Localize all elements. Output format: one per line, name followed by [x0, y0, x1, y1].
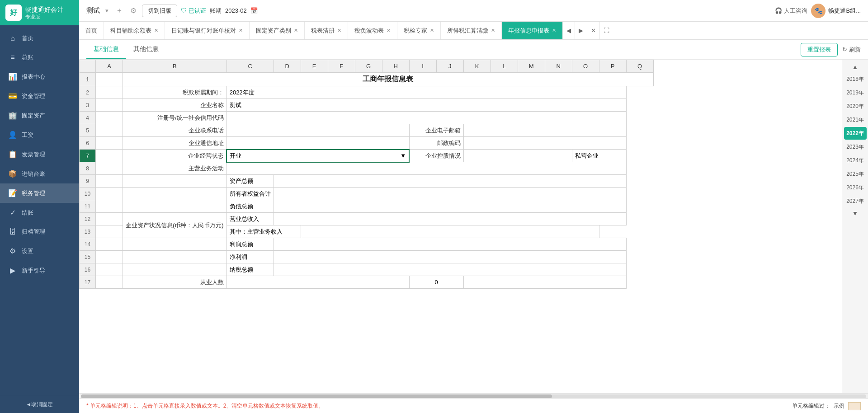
cell-12d[interactable] [274, 213, 626, 225]
cell-6b[interactable]: 企业通信地址 [123, 137, 227, 150]
cell-9d[interactable] [274, 175, 626, 188]
sub-tab-basic[interactable]: 基础信息 [86, 41, 126, 59]
tab-tax-burden[interactable]: 税负波动表 ✕ [348, 22, 397, 40]
tab-next-btn[interactable]: ▶ [575, 22, 587, 40]
spreadsheet[interactable]: A B C D E F G H I J K L [79, 60, 842, 393]
cell-16c[interactable]: 纳税总额 [226, 263, 274, 276]
cell-12b[interactable]: 企业资产状况信息(币种：人民币万元) [123, 213, 227, 238]
switch-version-button[interactable]: 切到旧版 [142, 5, 177, 17]
cell-4c[interactable] [226, 112, 626, 124]
cell-9b[interactable] [123, 175, 227, 188]
tab-close-icon[interactable]: ✕ [239, 28, 243, 33]
cell-5a[interactable] [96, 124, 123, 137]
tab-aux-balance[interactable]: 科目辅助余额表 ✕ [104, 22, 165, 40]
cell-16b[interactable] [123, 263, 227, 276]
tab-close-icon[interactable]: ✕ [154, 28, 158, 33]
sidebar-item-guide[interactable]: ▶ 新手引导 [0, 261, 79, 280]
sidebar-item-archive[interactable]: 🗄 归档管理 [0, 222, 79, 241]
cell-14a[interactable] [96, 238, 123, 251]
cell-10d[interactable] [274, 188, 626, 200]
tab-journal-bank[interactable]: 日记账与银行对账单核对 ✕ [165, 22, 250, 40]
year-item-2022[interactable]: 2022年 [844, 127, 867, 140]
cell-15b[interactable] [123, 251, 227, 263]
cell-11a[interactable] [96, 200, 123, 213]
tab-fixed-assets[interactable]: 固定资产类别 ✕ [250, 22, 305, 40]
dropdown-arrow-icon[interactable]: ▼ [400, 152, 406, 159]
hscroll-thumb[interactable] [81, 394, 552, 398]
cell-6c[interactable] [226, 137, 409, 150]
sidebar-item-salary[interactable]: 👤 工资 [0, 125, 79, 145]
sidebar-item-reports[interactable]: 📊 报表中心 [0, 67, 79, 86]
year-item-2024[interactable]: 2024年 [844, 154, 867, 167]
cell-7p[interactable]: 私营企业 [572, 150, 626, 162]
tab-income-tax[interactable]: 所得税汇算清缴 ✕ [441, 22, 502, 40]
sidebar-item-settings[interactable]: ⚙ 设置 [0, 241, 79, 261]
tab-close-icon[interactable]: ✕ [337, 28, 341, 33]
cell-17j[interactable]: 0 [409, 276, 463, 289]
year-item-2021[interactable]: 2021年 [844, 113, 867, 126]
year-item-2019[interactable]: 2019年 [844, 86, 867, 99]
topbar-add-btn[interactable]: ＋ [114, 4, 125, 17]
tab-close-icon[interactable]: ✕ [387, 28, 391, 33]
cell-6k[interactable] [463, 137, 626, 150]
cell-13g[interactable] [301, 225, 599, 238]
sidebar-collapse-btn[interactable]: ◄取消固定 [0, 396, 79, 413]
cell-12a[interactable] [96, 213, 123, 225]
topbar-settings-btn[interactable]: ⚙ [128, 5, 138, 17]
cell-8b[interactable]: 主营业务活动 [123, 162, 227, 175]
cell-1-title[interactable]: 工商年报信息表 [123, 73, 654, 86]
cell-17c[interactable] [226, 276, 409, 289]
sidebar-item-settle[interactable]: ✓ 结账 [0, 203, 79, 222]
cell-12c[interactable]: 营业总收入 [226, 213, 274, 225]
cell-14c[interactable]: 利润总额 [226, 238, 274, 251]
cell-16d[interactable] [274, 263, 626, 276]
cell-5c[interactable] [226, 124, 409, 137]
cell-6a[interactable] [96, 137, 123, 150]
tab-close-icon[interactable]: ✕ [552, 28, 556, 33]
cell-3a[interactable] [96, 99, 123, 112]
cell-5b[interactable]: 企业联系电话 [123, 124, 227, 137]
cell-17a[interactable] [96, 276, 123, 289]
cell-14b[interactable] [123, 238, 227, 251]
sub-tab-other[interactable]: 其他信息 [126, 41, 166, 59]
cell-11d[interactable] [274, 200, 626, 213]
cell-13c[interactable] [96, 225, 123, 238]
horizontal-scrollbar[interactable] [79, 393, 868, 399]
cell-3b[interactable]: 企业名称 [123, 99, 227, 112]
refresh-button[interactable]: ↻ 刷新 [842, 46, 861, 54]
year-item-2020[interactable]: 2020年 [844, 100, 867, 113]
cell-10b[interactable] [123, 188, 227, 200]
cell-15c[interactable]: 净利润 [226, 251, 274, 263]
sidebar-item-inventory[interactable]: 📦 进销台账 [0, 164, 79, 183]
cell-7j[interactable]: 企业控股情况 [409, 150, 463, 162]
cell-1a[interactable] [96, 73, 123, 86]
cell-15d[interactable] [274, 251, 626, 263]
cell-5j[interactable]: 企业电子邮箱 [409, 124, 463, 137]
tab-tax-expert[interactable]: 税检专家 ✕ [397, 22, 441, 40]
tab-close-all-btn[interactable]: ✕ [587, 22, 600, 40]
service-btn[interactable]: 🎧 人工咨询 [775, 7, 807, 15]
cell-2b[interactable]: 税款所属期间： [123, 86, 227, 99]
sidebar-item-funds[interactable]: 💳 资金管理 [0, 86, 79, 106]
cell-4b[interactable]: 注册号/统一社会信用代码 [123, 112, 227, 124]
cell-9a[interactable] [96, 175, 123, 188]
cell-3c[interactable]: 测试 [226, 99, 626, 112]
cell-15a[interactable] [96, 251, 123, 263]
tab-home[interactable]: 首页 [79, 22, 104, 40]
calendar-icon[interactable]: 📅 [250, 7, 258, 14]
year-item-2026[interactable]: 2026年 [844, 181, 867, 194]
sidebar-item-tax[interactable]: 📝 税务管理 [0, 183, 79, 203]
year-item-2023[interactable]: 2023年 [844, 141, 867, 153]
cell-17k[interactable] [463, 276, 626, 289]
topbar-dropdown-arrow[interactable]: ▾ [104, 5, 110, 16]
cell-16a[interactable] [96, 263, 123, 276]
year-item-2027[interactable]: 2027年 [844, 195, 867, 207]
reset-report-button[interactable]: 重置报表 [801, 43, 838, 56]
cell-8c[interactable] [226, 162, 626, 175]
cell-10a[interactable] [96, 188, 123, 200]
sidebar-item-home[interactable]: ⌂ 首页 [0, 29, 79, 48]
cell-2a[interactable] [96, 86, 123, 99]
user-menu[interactable]: 🐾 畅捷通B组... [811, 4, 861, 18]
year-item-2018[interactable]: 2018年 [844, 73, 867, 85]
tab-tax-return[interactable]: 税表清册 ✕ [305, 22, 348, 40]
